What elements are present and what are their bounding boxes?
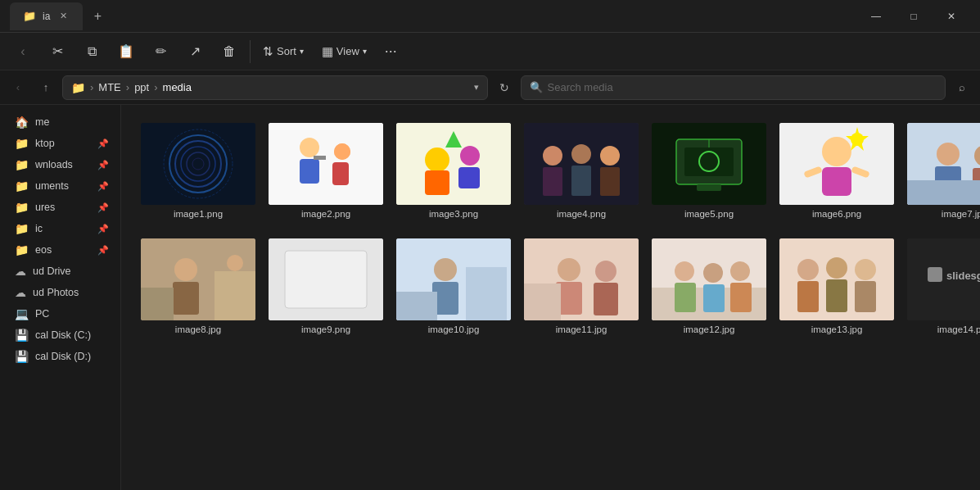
view-icon: ▦ (322, 44, 333, 59)
file-item[interactable]: slidesgo image14.png (904, 234, 980, 339)
disk-d-icon: 💾 (15, 350, 29, 363)
file-item[interactable]: image2.png (265, 118, 386, 224)
file-item[interactable]: image13.jpg (776, 234, 897, 339)
svg-rect-50 (215, 271, 255, 320)
copy-button[interactable]: ⧉ (75, 36, 108, 67)
tab-close-button[interactable]: ✕ (56, 10, 70, 23)
file-name: image14.png (937, 324, 980, 334)
sidebar-item-pictures[interactable]: 📁 ures 📌 (3, 197, 117, 218)
view-button[interactable]: ▦ View ▾ (314, 36, 375, 67)
svg-rect-22 (543, 167, 562, 196)
sidebar-item-cloud-photos-label: ud Photos (33, 287, 79, 298)
file-item[interactable]: image3.png (393, 118, 514, 224)
search-bar[interactable]: 🔍 Search media (521, 75, 946, 100)
search-icon: 🔍 (530, 81, 543, 93)
back-icon: ‹ (20, 44, 25, 59)
copy-icon: ⧉ (88, 44, 97, 59)
sidebar-item-music-label: ic (35, 223, 43, 234)
file-grid: image1.png image2.png (138, 118, 964, 339)
new-tab-button[interactable]: + (86, 5, 109, 28)
file-item[interactable]: image12.jpg (648, 234, 770, 339)
refresh-button[interactable]: ↻ (493, 76, 516, 99)
file-name: image4.png (557, 209, 606, 219)
svg-rect-79 (855, 281, 876, 312)
svg-point-21 (543, 146, 562, 166)
file-item[interactable]: image8.jpg (138, 234, 259, 339)
cut-button[interactable]: ✂ (41, 36, 74, 67)
svg-point-15 (425, 147, 449, 172)
sidebar-item-disk-c[interactable]: 💾 cal Disk (C:) (3, 324, 117, 346)
sidebar-item-cloud-photos[interactable]: ☁ ud Photos (3, 282, 117, 303)
file-area: image1.png image2.png (121, 105, 980, 490)
paste-button[interactable]: 📋 (110, 36, 142, 67)
file-name: image6.png (812, 209, 861, 219)
more-options-button[interactable]: ··· (377, 36, 405, 67)
pin-icon: 📌 (97, 181, 109, 192)
sort-button[interactable]: ⇅ Sort ▾ (255, 36, 312, 67)
address-segment-mte[interactable]: MTE (98, 81, 120, 93)
svg-rect-70 (703, 284, 725, 312)
file-name: image1.png (174, 209, 223, 219)
sidebar-item-home[interactable]: 🏠 me (3, 111, 117, 133)
svg-point-47 (174, 258, 197, 281)
file-item[interactable]: image4.png (521, 118, 642, 224)
file-thumbnail (396, 238, 511, 320)
pin-icon: 📌 (97, 138, 109, 149)
file-item[interactable]: image9.png (265, 234, 386, 339)
sidebar-item-pictures-label: ures (35, 202, 55, 213)
address-segment-media[interactable]: media (163, 81, 192, 93)
sidebar-item-cloud-drive-label: ud Drive (33, 265, 71, 277)
rename-button[interactable]: ✏ (144, 36, 177, 67)
minimize-button[interactable]: — (857, 3, 895, 29)
sidebar-item-this-pc[interactable]: 💻 PC (3, 303, 117, 324)
search-button[interactable]: ⌕ (951, 76, 973, 99)
view-chevron-icon: ▾ (363, 47, 367, 56)
sidebar-item-cloud-drive[interactable]: ☁ ud Drive (3, 261, 117, 282)
maximize-button[interactable]: □ (895, 3, 933, 29)
svg-rect-75 (797, 281, 819, 312)
svg-point-78 (855, 259, 876, 280)
sidebar-item-disk-d[interactable]: 💾 cal Disk (D:) (3, 346, 117, 367)
nav-up-button[interactable]: ↑ (34, 76, 57, 99)
file-thumbnail (652, 238, 766, 320)
file-item[interactable]: image7.jpg (904, 118, 980, 224)
sidebar-item-this-pc-label: PC (35, 308, 49, 320)
share-button[interactable]: ↗ (178, 36, 211, 67)
svg-rect-7 (269, 123, 383, 205)
close-button[interactable]: ✕ (933, 3, 970, 29)
sidebar-item-desktop[interactable]: 📁 ktop 📌 (3, 133, 117, 154)
svg-rect-48 (173, 282, 199, 315)
svg-point-55 (434, 258, 457, 281)
folder-icon: 📁 (15, 137, 29, 150)
file-name: image2.png (301, 209, 350, 219)
folder-icon: 📁 (15, 179, 29, 193)
svg-rect-11 (332, 162, 349, 185)
address-segment-ppt[interactable]: ppt (134, 81, 149, 93)
file-item[interactable]: image1.png (138, 118, 259, 224)
svg-rect-64 (594, 283, 618, 315)
sidebar-item-videos-label: eos (35, 244, 52, 256)
svg-rect-72 (730, 283, 752, 312)
file-item[interactable]: image11.jpg (521, 234, 642, 339)
pin-icon: 📌 (97, 202, 109, 213)
back-button[interactable]: ‹ (7, 36, 39, 67)
sidebar-item-documents[interactable]: 📁 uments 📌 (3, 175, 117, 197)
svg-rect-68 (675, 283, 696, 312)
sidebar-item-videos[interactable]: 📁 eos 📌 (3, 239, 117, 261)
folder-icon: 📁 (15, 222, 29, 235)
file-item[interactable]: image6.png (776, 118, 897, 224)
sidebar-item-documents-label: uments (35, 180, 69, 192)
nav-back-button[interactable]: ‹ (7, 76, 29, 99)
sidebar-item-music[interactable]: 📁 ic 📌 (3, 218, 117, 239)
delete-button[interactable]: 🗑 (213, 36, 246, 67)
file-thumbnail (779, 238, 894, 320)
address-bar[interactable]: 📁 › MTE › ppt › media ▾ (62, 75, 488, 100)
file-name: image12.jpg (684, 324, 735, 334)
active-tab[interactable]: 📁 ia ✕ (10, 2, 83, 30)
sidebar-item-downloads[interactable]: 📁 wnloads 📌 (3, 154, 117, 175)
svg-rect-35 (822, 167, 851, 196)
address-dropdown-icon[interactable]: ▾ (474, 82, 479, 93)
file-item[interactable]: image5.png (648, 118, 770, 224)
file-name: image8.jpg (175, 324, 221, 334)
file-item[interactable]: image10.jpg (393, 234, 514, 339)
